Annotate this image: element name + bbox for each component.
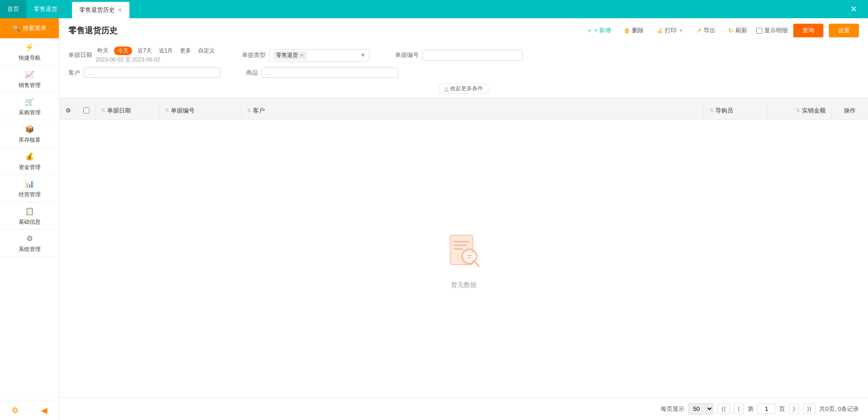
tab-retail-return[interactable]: 零售退货 ✕ [26, 0, 72, 18]
goods-filter: 商品 ... [246, 67, 398, 78]
th-settings-icon: ⚙ [66, 107, 71, 114]
collapse-row: △ 收起更多条件 [68, 82, 859, 97]
sidebar-item-operations[interactable]: 📊 经营管理 [0, 175, 59, 202]
doc-type-select[interactable]: 零售退货 ✕ ▼ [269, 49, 370, 61]
sidebar-item-purchase-mgmt[interactable]: 🛒 采购管理 [0, 93, 59, 120]
refresh-icon: ↻ [728, 27, 734, 34]
page-unit: 页 [779, 405, 785, 413]
date-btn-today[interactable]: 今天 [114, 46, 132, 55]
close-window-icon[interactable]: ✕ [847, 2, 861, 16]
sidebar-collapse-btn[interactable]: ◀ [41, 405, 47, 415]
print-button[interactable]: 🖨 打印 ▼ [653, 25, 687, 36]
doc-no-label: 单据编号 [395, 51, 419, 59]
sidebar-item-system-mgmt[interactable]: ⚙ 系统管理 [0, 230, 59, 257]
per-page-select[interactable]: 50 100 200 [688, 403, 714, 415]
delete-button[interactable]: 🗑 删除 [620, 25, 647, 36]
date-btn-7days[interactable]: 近7天 [136, 46, 154, 55]
doc-no-input[interactable] [422, 50, 523, 61]
th-customer: ⇅ 客户 [241, 102, 704, 119]
operations-icon: 📊 [24, 178, 35, 189]
sidebar-item-quick-nav-label: 快捷导航 [19, 54, 41, 62]
print-arrow-icon: ▼ [678, 28, 683, 33]
export-button[interactable]: ↗ 导出 [693, 25, 719, 36]
export-icon: ↗ [696, 27, 702, 34]
sidebar-item-finance-label: 资金管理 [19, 164, 41, 171]
filter-row-1: 单据日期 昨天 今天 近7天 近1月 更多 自定义 2023-06-02 至 2… [68, 46, 859, 64]
date-btn-more[interactable]: 更多 [178, 46, 193, 55]
query-button[interactable]: 查询 [793, 24, 823, 37]
sidebar-settings-btn[interactable]: ⚙ [11, 405, 19, 415]
sidebar-item-basic-info-label: 基础信息 [19, 218, 41, 226]
show-detail-input[interactable] [756, 28, 762, 34]
sidebar-search[interactable]: 🔍 搜索菜单 [0, 18, 59, 38]
top-bar-right: ✕ [847, 2, 861, 16]
collapse-label: 收起更多条件 [450, 85, 483, 92]
doc-type-tag-close[interactable]: ✕ [300, 52, 304, 58]
search-icon: 🔍 [13, 25, 20, 32]
date-label: 单据日期 [68, 51, 92, 59]
tab-home[interactable]: 首页 [0, 0, 26, 18]
page-header: 零售退货历史 ＋ + 新增 🗑 删除 🖨 打印 ▼ [59, 18, 868, 98]
sidebar-item-sales-label: 销售管理 [19, 82, 41, 89]
sort-docno-icon[interactable]: ⇅ [165, 108, 169, 113]
sidebar-item-quick-nav[interactable]: ⚡ 快捷导航 [0, 38, 59, 66]
tab-retail-return-history-close[interactable]: ✕ [118, 7, 122, 13]
doc-no-filter: 单据编号 [395, 50, 523, 61]
print-icon: 🖨 [657, 27, 663, 34]
doc-type-filter: 单据类型 零售退货 ✕ ▼ [242, 49, 370, 61]
page-title-row: 零售退货历史 ＋ + 新增 🗑 删除 🖨 打印 ▼ [68, 24, 859, 37]
page-num-input[interactable] [757, 404, 776, 414]
page-next-btn[interactable]: ⟩ [789, 404, 799, 414]
top-bar: 首页 零售退货 ✕ 零售退货历史 ✕ ✕ [0, 0, 868, 18]
sort-date-icon[interactable]: ⇅ [101, 108, 105, 113]
goods-label: 商品 [246, 69, 258, 77]
finance-icon: 💰 [24, 151, 35, 162]
date-btn-1month[interactable]: 近1月 [157, 46, 175, 55]
collapse-button[interactable]: △ 收起更多条件 [438, 83, 489, 94]
basic-info-icon: 📋 [24, 205, 35, 216]
doc-type-arrow-icon: ▼ [360, 52, 365, 58]
date-btn-custom[interactable]: 自定义 [196, 46, 216, 55]
sidebar-item-purchase-label: 采购管理 [19, 109, 41, 117]
select-all-checkbox[interactable] [83, 108, 89, 113]
page-title: 零售退货历史 [68, 25, 118, 36]
th-date-label: 单据日期 [107, 107, 131, 115]
sort-amount-icon[interactable]: ⇅ [796, 108, 800, 113]
query-label: 查询 [802, 27, 814, 34]
sidebar-item-finance[interactable]: 💰 资金管理 [0, 148, 59, 175]
sidebar-item-inventory[interactable]: 📦 库存核算 [0, 120, 59, 148]
sort-customer-icon[interactable]: ⇅ [247, 108, 251, 113]
table-header: ⚙ ⇅ 单据日期 ⇅ 单据编号 ⇅ 客户 ⇅ [59, 102, 868, 120]
date-filter: 单据日期 昨天 今天 近7天 近1月 更多 自定义 2023-06-02 至 2… [68, 46, 216, 64]
settings-button[interactable]: 设置 [829, 24, 859, 37]
total-text: 共0页, 0条记录 [819, 405, 859, 413]
svg-rect-2 [454, 245, 467, 246]
th-action-label: 操作 [844, 107, 856, 115]
th-doc-no-label: 单据编号 [171, 107, 195, 115]
th-settings[interactable]: ⚙ [59, 102, 77, 119]
doc-type-tag-text: 零售退货 [276, 51, 298, 59]
sidebar-item-basic-info[interactable]: 📋 基础信息 [0, 202, 59, 230]
date-btn-yesterday[interactable]: 昨天 [96, 46, 110, 55]
tab-retail-return-close[interactable]: ✕ [60, 6, 65, 12]
th-action: 操作 [832, 102, 868, 119]
sort-guide-icon[interactable]: ⇅ [709, 108, 714, 113]
tab-retail-return-history-label: 零售退货历史 [79, 6, 115, 14]
main-layout: 🔍 搜索菜单 ⚡ 快捷导航 📈 销售管理 🛒 采购管理 📦 库存核算 💰 资金管… [0, 18, 868, 420]
customer-select[interactable]: ... [84, 67, 221, 78]
content-area: 零售退货历史 ＋ + 新增 🗑 删除 🖨 打印 ▼ [59, 18, 868, 420]
pagination-bar: 每页显示 50 100 200 ⟨⟨ ⟨ 第 页 ⟩ ⟩⟩ 共0页, 0条记录 [59, 397, 868, 420]
page-last-btn[interactable]: ⟩⟩ [803, 404, 816, 414]
print-label: 打印 [665, 26, 677, 35]
goods-select[interactable]: ... [262, 67, 398, 78]
svg-rect-1 [454, 241, 469, 242]
page-prev-btn[interactable]: ⟨ [734, 404, 744, 414]
page-first-btn[interactable]: ⟨⟨ [717, 404, 730, 414]
sidebar-search-label: 搜索菜单 [23, 24, 46, 32]
show-detail-checkbox[interactable]: 显示明细 [756, 26, 788, 35]
th-checkbox[interactable] [77, 102, 96, 119]
refresh-button[interactable]: ↻ 刷新 [724, 25, 751, 36]
new-button[interactable]: ＋ + 新增 [583, 25, 615, 36]
sidebar-item-sales-mgmt[interactable]: 📈 销售管理 [0, 66, 59, 93]
tab-retail-return-history[interactable]: 零售退货历史 ✕ [72, 2, 129, 18]
